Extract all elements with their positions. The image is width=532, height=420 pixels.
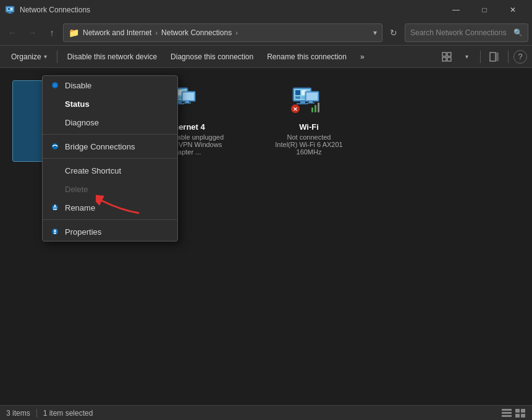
view-list-icon — [501, 408, 512, 418]
wifi-adapter: Intel(R) Wi-Fi 6 AX201 160MHz — [266, 141, 352, 156]
ctx-bridge-icon — [50, 141, 60, 151]
wifi-status: Not connected — [266, 133, 352, 141]
svg-rect-41 — [297, 103, 308, 104]
organize-chevron-icon: ▾ — [44, 53, 47, 60]
svg-rect-59 — [53, 209, 57, 210]
svg-rect-44 — [295, 96, 300, 99]
ctx-diagnose-label: Diagnose — [65, 118, 99, 127]
addressbar: ← → ↑ 📁 Network and Internet › Network C… — [0, 20, 532, 46]
up-button[interactable]: ↑ — [43, 24, 61, 41]
svg-rect-70 — [515, 414, 520, 418]
wifi-name: Wi-Fi — [266, 122, 352, 132]
svg-text:✕: ✕ — [293, 106, 298, 112]
organize-button[interactable]: Organize ▾ — [5, 48, 53, 65]
ctx-delete-label: Delete — [65, 185, 88, 194]
search-input[interactable] — [410, 28, 510, 37]
ctx-sep-3 — [43, 219, 177, 220]
ctx-shortcut[interactable]: Create Shortcut — [43, 161, 177, 180]
svg-rect-6 — [442, 52, 446, 56]
forward-button[interactable]: → — [23, 24, 41, 41]
ctx-status[interactable]: Status — [43, 94, 177, 113]
ctx-diagnose-icon — [50, 117, 60, 127]
ctx-rename-icon — [50, 203, 60, 212]
statusbar-selection: 1 item selected — [43, 409, 93, 418]
toolbar-separator-3 — [508, 51, 509, 63]
svg-rect-52 — [311, 107, 313, 112]
ctx-delete: Delete — [43, 180, 177, 198]
svg-rect-65 — [502, 409, 512, 411]
svg-rect-42 — [295, 90, 300, 95]
breadcrumb-arrow: › — [155, 29, 158, 36]
network-item-wifi[interactable]: ✕ Wi-Fi Not connected Intel(R) Wi-Fi 6 A… — [260, 80, 358, 162]
address-bar[interactable]: 📁 Network and Internet › Network Connect… — [63, 23, 382, 42]
svg-rect-71 — [521, 414, 525, 418]
close-button[interactable]: ✕ — [499, 0, 527, 20]
ctx-disable-icon — [50, 80, 60, 90]
svg-rect-49 — [307, 103, 315, 104]
svg-rect-63 — [54, 233, 56, 234]
ctx-delete-icon — [50, 184, 60, 194]
toolbar-separator-2 — [480, 51, 481, 63]
ctx-bridge[interactable]: Bridge Connections — [43, 137, 177, 156]
view-chevron-button[interactable]: ▾ — [458, 48, 475, 65]
dropdown-chevron-icon[interactable]: ▾ — [373, 28, 377, 37]
svg-rect-4 — [8, 8, 10, 10]
svg-rect-66 — [502, 412, 512, 414]
wifi-monitor-icon: ✕ — [290, 86, 321, 114]
svg-rect-62 — [54, 232, 56, 233]
ctx-status-icon — [50, 99, 60, 109]
minimize-button[interactable]: — — [442, 0, 470, 20]
search-box[interactable]: 🔍 — [405, 23, 528, 42]
ctx-properties[interactable]: Properties — [43, 222, 177, 241]
back-button[interactable]: ← — [4, 24, 21, 41]
view-grid-icon — [515, 408, 526, 418]
ctx-bridge-label: Bridge Connections — [65, 142, 135, 151]
svg-rect-67 — [502, 415, 512, 417]
details-pane-button[interactable] — [486, 48, 503, 65]
svg-rect-56 — [53, 83, 57, 87]
ctx-sep-1 — [43, 134, 177, 135]
app-icon — [5, 5, 15, 15]
help-button[interactable]: ? — [513, 50, 527, 64]
ctx-diagnose[interactable]: Diagnose — [43, 113, 177, 132]
svg-rect-9 — [447, 57, 451, 61]
svg-rect-10 — [490, 52, 496, 61]
svg-rect-47 — [306, 93, 318, 100]
window-controls: — □ ✕ — [442, 0, 527, 20]
maximize-button[interactable]: □ — [470, 0, 499, 20]
wifi-icon-container: ✕ — [290, 86, 327, 117]
toolbar: Organize ▾ Disable this network device D… — [0, 46, 532, 68]
rename-button[interactable]: Rename this connection — [261, 48, 353, 65]
svg-rect-33 — [183, 93, 194, 100]
statusbar-separator — [36, 409, 37, 418]
toolbar-separator-1 — [57, 51, 57, 63]
svg-rect-35 — [184, 103, 191, 104]
ctx-disable-label: Disable — [65, 81, 91, 90]
svg-rect-69 — [521, 409, 525, 413]
ctx-shortcut-label: Create Shortcut — [65, 166, 121, 175]
svg-rect-61 — [54, 230, 56, 231]
statusbar-item-count: 3 items — [6, 409, 30, 418]
svg-rect-54 — [318, 103, 319, 112]
wifi-text: Wi-Fi Not connected Intel(R) Wi-Fi 6 AX2… — [266, 122, 352, 156]
search-icon: 🔍 — [513, 28, 523, 37]
refresh-button[interactable]: ↻ — [385, 24, 402, 41]
breadcrumb-end-arrow: › — [235, 29, 238, 36]
statusbar: 3 items 1 item selected — [0, 405, 532, 420]
ctx-shortcut-icon — [50, 166, 60, 175]
ctx-properties-icon — [50, 227, 60, 237]
ctx-rename[interactable]: Rename — [43, 198, 177, 217]
svg-rect-5 — [11, 8, 12, 10]
disable-button[interactable]: Disable this network device — [61, 48, 163, 65]
ctx-disable[interactable]: Disable — [43, 76, 177, 94]
more-button[interactable]: » — [354, 48, 371, 65]
context-menu: Disable Status Diagnose Bridge Connectio… — [42, 75, 178, 242]
ctx-sep-2 — [43, 158, 177, 159]
svg-rect-53 — [315, 105, 316, 112]
view-options-button[interactable] — [438, 48, 455, 65]
svg-rect-68 — [515, 409, 520, 413]
svg-rect-3 — [7, 13, 12, 14]
svg-rect-7 — [447, 52, 451, 56]
svg-rect-8 — [442, 57, 446, 61]
diagnose-button[interactable]: Diagnose this connection — [164, 48, 260, 65]
